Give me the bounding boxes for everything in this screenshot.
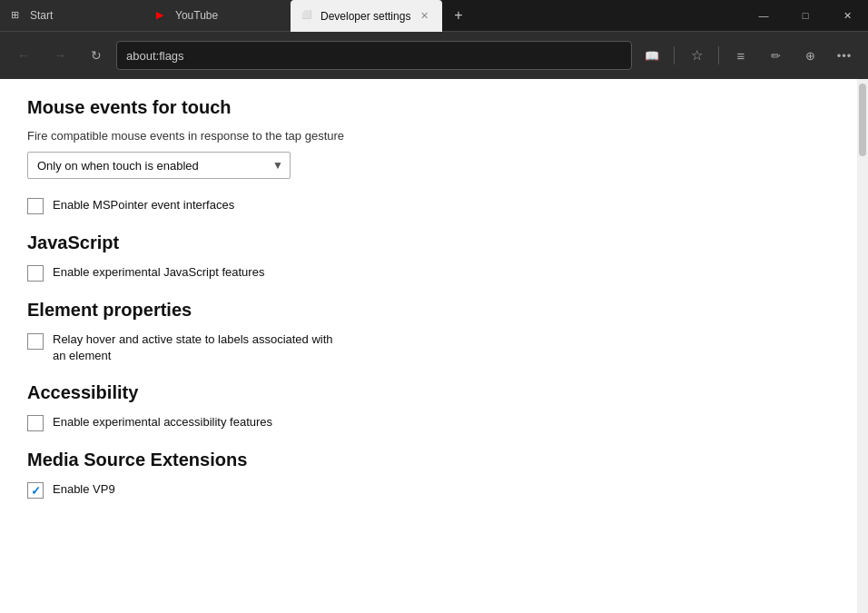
new-tab-button[interactable]: + bbox=[442, 0, 474, 32]
scrollbar[interactable] bbox=[857, 79, 868, 613]
close-button[interactable]: ✕ bbox=[826, 0, 868, 32]
tab-close-button[interactable]: ✕ bbox=[417, 9, 431, 24]
close-icon: ✕ bbox=[843, 10, 852, 22]
forward-button[interactable]: → bbox=[44, 39, 76, 72]
start-icon: ⊞ bbox=[11, 9, 24, 22]
reading-view-icon: 📖 bbox=[645, 49, 659, 63]
mouse-events-select-wrapper: Only on when touch is enabled Always Nev… bbox=[27, 152, 291, 179]
tab-developer-settings[interactable]: ⬜ Developer settings ✕ bbox=[291, 0, 442, 32]
nav-actions: 📖 ☆ ≡ ✏ ⊕ ••• bbox=[636, 39, 861, 72]
vp9-row: ✓ Enable VP9 bbox=[27, 481, 830, 499]
more-icon: ••• bbox=[837, 49, 853, 63]
section-mouse-events: Mouse events for touch Fire compatible m… bbox=[27, 97, 830, 214]
mouse-events-select[interactable]: Only on when touch is enabled Always Nev… bbox=[27, 152, 291, 179]
youtube-icon: ▶ bbox=[156, 9, 169, 22]
window-controls: — □ ✕ bbox=[743, 0, 868, 32]
address-text: about:flags bbox=[126, 49, 184, 63]
refresh-button[interactable]: ↻ bbox=[80, 39, 113, 72]
section-javascript: JavaScript Enable experimental JavaScrip… bbox=[27, 232, 830, 282]
section-element-properties: Element properties Relay hover and activ… bbox=[27, 300, 830, 364]
relay-hover-row: Relay hover and active state to labels a… bbox=[27, 331, 830, 364]
mspointer-row: Enable MSPointer event interfaces bbox=[27, 197, 830, 214]
extensions-button[interactable]: ⊕ bbox=[794, 39, 826, 72]
section-accessibility: Accessibility Enable experimental access… bbox=[27, 382, 830, 431]
mspointer-label: Enable MSPointer event interfaces bbox=[53, 197, 234, 213]
js-experimental-label: Enable experimental JavaScript features bbox=[53, 264, 264, 281]
favorites-icon: ☆ bbox=[691, 47, 703, 64]
navbar: ← → ↻ about:flags 📖 ☆ ≡ ✏ ⊕ ••• bbox=[0, 32, 868, 79]
new-tab-icon: + bbox=[454, 7, 462, 24]
mspointer-checkbox[interactable] bbox=[27, 198, 44, 214]
tab-youtube-label: YouTube bbox=[175, 9, 280, 22]
forward-icon: → bbox=[54, 48, 66, 63]
note-icon: ✏ bbox=[771, 49, 781, 63]
back-icon: ← bbox=[17, 48, 30, 63]
relay-hover-checkbox[interactable] bbox=[27, 333, 44, 350]
vp9-label: Enable VP9 bbox=[53, 481, 115, 498]
javascript-title: JavaScript bbox=[27, 232, 830, 253]
minimize-button[interactable]: — bbox=[743, 0, 784, 32]
tab-youtube[interactable]: ▶ YouTube bbox=[145, 0, 291, 32]
js-experimental-checkbox[interactable] bbox=[27, 265, 44, 282]
devsettings-icon: ⬜ bbox=[301, 10, 314, 23]
back-button[interactable]: ← bbox=[7, 39, 40, 72]
accessibility-row: Enable experimental accessibility featur… bbox=[27, 414, 830, 431]
js-experimental-row: Enable experimental JavaScript features bbox=[27, 264, 830, 282]
section-media-source: Media Source Extensions ✓ Enable VP9 bbox=[27, 450, 830, 499]
nav-divider-2 bbox=[718, 46, 719, 64]
titlebar: ⊞ Start ▶ YouTube ⬜ Developer settings ✕… bbox=[0, 0, 868, 32]
titlebar-spacer bbox=[474, 0, 743, 32]
note-button[interactable]: ✏ bbox=[759, 39, 792, 72]
tab-start-label: Start bbox=[30, 9, 134, 22]
maximize-icon: □ bbox=[803, 10, 809, 21]
scrollbar-thumb[interactable] bbox=[859, 84, 866, 156]
tab-developer-settings-label: Developer settings bbox=[321, 10, 410, 23]
page-content: Mouse events for touch Fire compatible m… bbox=[0, 79, 857, 613]
vp9-checkbox[interactable]: ✓ bbox=[27, 482, 44, 499]
checkmark-icon: ✓ bbox=[31, 484, 41, 498]
hub-button[interactable]: ≡ bbox=[725, 39, 757, 72]
extensions-icon: ⊕ bbox=[805, 49, 815, 63]
reading-view-button[interactable]: 📖 bbox=[636, 39, 668, 72]
nav-divider bbox=[674, 46, 675, 64]
address-bar[interactable]: about:flags bbox=[116, 41, 632, 70]
element-properties-title: Element properties bbox=[27, 300, 830, 321]
mouse-events-desc: Fire compatible mouse events in response… bbox=[27, 129, 830, 143]
maximize-button[interactable]: □ bbox=[784, 0, 826, 32]
accessibility-title: Accessibility bbox=[27, 382, 830, 403]
accessibility-checkbox[interactable] bbox=[27, 415, 44, 431]
more-button[interactable]: ••• bbox=[828, 39, 861, 72]
accessibility-label: Enable experimental accessibility featur… bbox=[53, 414, 272, 430]
hub-icon: ≡ bbox=[737, 48, 745, 64]
favorites-button[interactable]: ☆ bbox=[680, 39, 713, 72]
tab-start[interactable]: ⊞ Start bbox=[0, 0, 145, 32]
refresh-icon: ↻ bbox=[91, 48, 102, 63]
mouse-events-title: Mouse events for touch bbox=[27, 97, 830, 118]
content-area: Mouse events for touch Fire compatible m… bbox=[0, 79, 868, 613]
media-source-title: Media Source Extensions bbox=[27, 450, 830, 470]
minimize-icon: — bbox=[759, 10, 769, 21]
relay-hover-label: Relay hover and active state to labels a… bbox=[53, 331, 333, 364]
